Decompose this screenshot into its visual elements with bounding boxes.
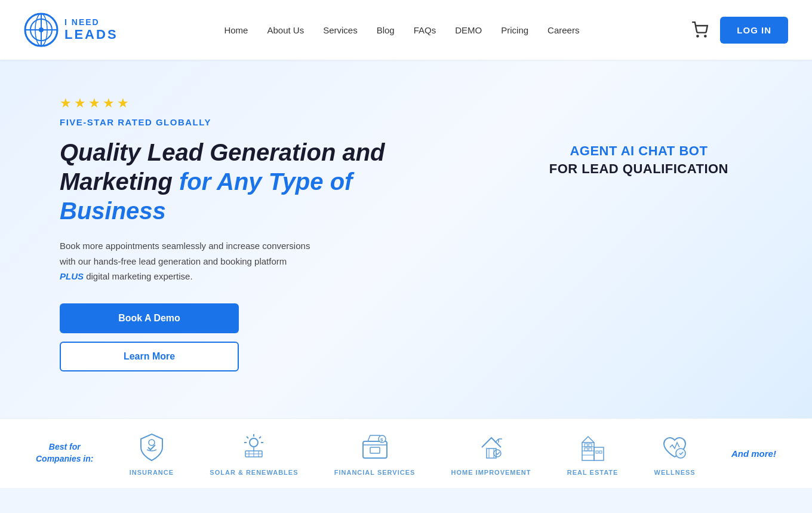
best-for-strip: Best for Companies in: INSURANCE SOL xyxy=(0,418,812,488)
star-5: ★ xyxy=(117,96,129,111)
shield-icon xyxy=(135,431,168,464)
nav-demo[interactable]: DEMO xyxy=(455,25,482,35)
star-rating: ★ ★ ★ ★ ★ xyxy=(60,96,394,111)
svg-rect-22 xyxy=(370,447,380,453)
star-1: ★ xyxy=(60,96,72,111)
wellness-label: WELLNESS xyxy=(654,469,696,476)
home-label: HOME IMPROVEMENT xyxy=(451,469,531,476)
learn-more-button[interactable]: Learn More xyxy=(60,342,239,371)
industry-insurance: INSURANCE xyxy=(130,431,174,476)
hero-title: Quality Lead Generation and Marketing fo… xyxy=(60,138,394,225)
and-more-label: And more! xyxy=(731,449,776,459)
svg-rect-21 xyxy=(363,441,387,458)
agent-ai-label: AGENT AI xyxy=(570,143,634,158)
hero-description: Book more appointments seamlessly and in… xyxy=(60,238,394,284)
insurance-label: INSURANCE xyxy=(130,469,174,476)
nav-about[interactable]: About Us xyxy=(267,25,304,35)
hero-left: ★ ★ ★ ★ ★ FIVE-STAR RATED GLOBALLY Quali… xyxy=(60,96,394,371)
agent-ai-subtitle: FOR LEAD QUALIFICATION xyxy=(549,161,728,177)
svg-line-13 xyxy=(247,437,248,438)
svg-rect-35 xyxy=(585,444,588,447)
svg-point-8 xyxy=(149,440,155,446)
star-3: ★ xyxy=(88,96,100,111)
agent-ai-box: AGENT AI CHAT BOT FOR LEAD QUALIFICATION xyxy=(549,143,728,177)
logo-leads: LEADS xyxy=(64,27,118,42)
wellness-icon xyxy=(658,431,691,464)
industry-wellness: WELLNESS xyxy=(654,431,696,476)
solar-label: SOLAR & RENEWABLES xyxy=(210,469,298,476)
nav-faqs[interactable]: FAQs xyxy=(414,25,436,35)
nav-home[interactable]: Home xyxy=(224,25,248,35)
agent-ai-title: AGENT AI CHAT BOT xyxy=(549,143,728,159)
svg-point-6 xyxy=(697,35,699,36)
login-button[interactable]: LOG IN xyxy=(720,17,788,44)
svg-rect-31 xyxy=(594,447,604,460)
financial-label: FINANCIAL SERVICES xyxy=(334,469,416,476)
home-improvement-icon xyxy=(475,431,508,464)
nav-blog[interactable]: Blog xyxy=(377,25,395,35)
building-icon xyxy=(576,431,610,464)
nav-careers[interactable]: Careers xyxy=(548,25,579,35)
industry-real-estate: REAL ESTATE xyxy=(567,431,619,476)
book-demo-button[interactable]: Book A Demo xyxy=(60,303,239,333)
svg-rect-40 xyxy=(599,451,602,453)
logo-icon xyxy=(24,13,59,47)
hero-section: ★ ★ ★ ★ ★ FIVE-STAR RATED GLOBALLY Quali… xyxy=(0,60,812,418)
svg-rect-37 xyxy=(585,448,588,451)
hero-right: AGENT AI CHAT BOT FOR LEAD QUALIFICATION xyxy=(549,96,752,177)
real-estate-label: REAL ESTATE xyxy=(567,469,619,476)
industry-solar: SOLAR & RENEWABLES xyxy=(210,431,298,476)
svg-text:$: $ xyxy=(380,437,383,443)
hero-plus: PLUS xyxy=(60,271,84,281)
star-2: ★ xyxy=(74,96,86,111)
header: I NEED LEADS Home About Us Services Blog… xyxy=(0,0,812,60)
industry-home: HOME IMPROVEMENT xyxy=(451,431,531,476)
svg-rect-36 xyxy=(589,444,592,447)
best-for-label: Best for Companies in: xyxy=(36,441,93,465)
star-4: ★ xyxy=(103,96,115,111)
industry-financial: $ FINANCIAL SERVICES xyxy=(334,431,416,476)
svg-point-42 xyxy=(676,449,685,458)
five-star-label: FIVE-STAR RATED GLOBALLY xyxy=(60,117,394,127)
cart-icon[interactable] xyxy=(691,21,708,38)
svg-rect-38 xyxy=(589,448,592,451)
svg-point-9 xyxy=(250,438,258,447)
header-right: LOG IN xyxy=(685,17,788,44)
finance-icon: $ xyxy=(358,431,392,464)
svg-rect-26 xyxy=(487,449,496,458)
logo[interactable]: I NEED LEADS xyxy=(24,13,118,47)
svg-line-11 xyxy=(259,437,261,438)
svg-rect-30 xyxy=(582,443,594,460)
nav-services[interactable]: Services xyxy=(323,25,358,35)
svg-rect-39 xyxy=(596,451,598,453)
svg-point-5 xyxy=(39,27,44,32)
hero-buttons: Book A Demo Learn More xyxy=(60,303,394,371)
solar-icon xyxy=(237,431,270,464)
nav-pricing[interactable]: Pricing xyxy=(501,25,528,35)
svg-point-7 xyxy=(705,35,706,36)
svg-point-29 xyxy=(494,450,501,457)
main-nav: Home About Us Services Blog FAQs DEMO Pr… xyxy=(224,25,579,35)
logo-i-need: I NEED xyxy=(64,18,118,27)
